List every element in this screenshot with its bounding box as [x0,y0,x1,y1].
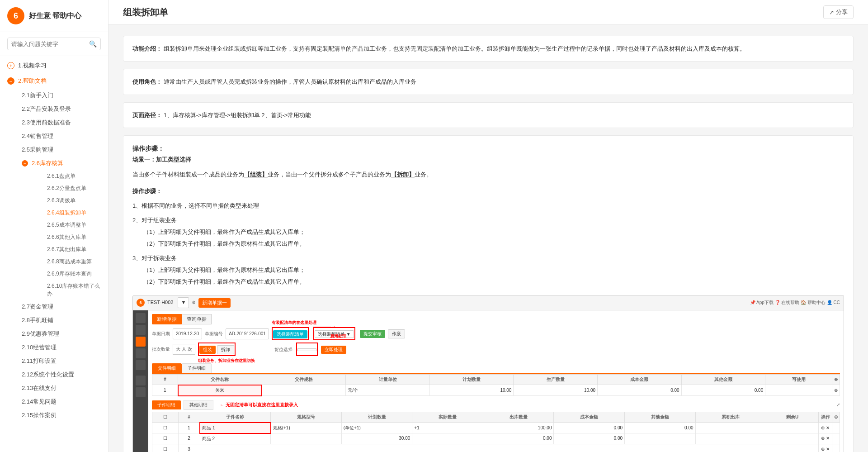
th-prod-qty: 生产数量 [514,374,598,385]
app-delete-btn[interactable]: 作废 [388,329,405,338]
sidebar-item-purchase[interactable]: 2.5采购管理 [18,143,108,157]
sidebar-label-docs: 2.帮助文档 [18,77,47,85]
step3-1: （1）上部明细为父件明细，最终作为原材料生成其它出库单； [132,264,844,276]
td-action[interactable]: ⊕ [832,385,840,396]
scene1-heading: 场景一：加工类型选择 [132,154,844,165]
nav-icon-2[interactable] [136,325,146,335]
label-num: 批次数量 [152,345,170,353]
annotation-assembly: 有装配清单的在这里处理 [272,319,316,326]
sidebar-item-other-out[interactable]: 2.6.7其他出库单 [43,243,108,256]
screenshot-wrapper: 6 TEST-H002 ▼ ⚙ 新增单据一 📌 App下载 ❓ 在线帮助 🏠 帮… [132,295,844,452]
input-no[interactable]: AD-20191226-001 [226,328,269,339]
sidebar-item-coupon[interactable]: 2.9优惠券管理 [18,327,108,341]
nav-icon-7[interactable] [136,387,146,397]
share-button[interactable]: ↗ 分享 [823,5,854,19]
nav-section: + 1.视频学习 – 2.帮助文档 2.1新手入门 2.2产品安装及登录 2.3… [0,56,108,424]
search-area: 🔍 [0,32,108,56]
app-disassembly-toggle[interactable]: 拆卸 [217,345,234,354]
sidebar-label-video: 1.视频学习 [18,62,47,70]
step2: 2、对于组装业务 [132,214,844,226]
nav-prefix-docs: – [7,77,14,85]
nav-icon-6[interactable] [136,376,146,385]
td-other: 0.00 [681,385,765,396]
sidebar-item-mobile[interactable]: 2.8手机旺铺 [18,314,108,327]
td-parent-name[interactable]: 关米 [178,385,262,396]
parent-table-body: 1 关米 元/个 10.00 10.00 0.00 0.00 [152,385,840,396]
sidebar-item-stock-query[interactable]: 2.6.9库存账本查询 [43,268,108,280]
search-input[interactable] [11,41,89,48]
tab-parent[interactable]: 父件明细 [152,363,182,373]
sidebar-item-sales[interactable]: 2.4销售管理 [18,129,108,143]
parent-header-row: # 父件名称 父件规格 计量单位 计划数量 生产数量 成本金额 其他金额 可使用 [152,374,840,385]
sidebar-item-adjust[interactable]: 2.6.3调拨单 [43,195,108,207]
sidebar-item-operations[interactable]: 2.10经营管理 [18,341,108,354]
sidebar-item-data-prep[interactable]: 2.3使用前数据准备 [18,116,108,129]
sidebar-item-stocktake[interactable]: 2.6.1盘点单 [43,170,108,182]
logo-icon: 6 [7,7,24,24]
nav-icon-5[interactable] [136,360,146,370]
cth-accum: 累积出库 [695,412,766,423]
app-content-tabs: 父件明细 子件明细 [152,363,840,374]
table-row: ☐ 1 商品 1 规格(+1) (单位+1) +1 100.00 0.00 0. [152,423,840,433]
sidebar-item-print[interactable]: 2.11打印设置 [18,354,108,368]
cth-actual: 实际数量 [412,412,483,423]
share-icon: ↗ [829,9,834,16]
child-annotation: ← 无固定清单可以直接在这里直接录入 [220,401,298,409]
enable-annotation: 启用处理 [330,333,346,340]
cth-plan: 计划数量 [341,412,412,423]
app-assembly-btn[interactable]: 选择装配清单 [273,330,307,338]
tab-material[interactable]: 子件明细 [182,363,212,373]
nav-icon-1[interactable] [136,313,146,323]
app-screenshot: 6 TEST-H002 ▼ ⚙ 新增单据一 📌 App下载 ❓ 在线帮助 🏠 帮… [132,295,844,452]
th-other: 其他金额 [681,374,765,385]
cth-num: # [178,412,200,423]
sidebar-item-fund[interactable]: 2.7资金管理 [18,300,108,314]
sidebar-item-docs[interactable]: – 2.帮助文档 [0,73,108,89]
toggle-box: 组装 拆卸 [198,343,236,356]
intro-text: 功能介绍： 组装拆卸单用来处理企业组装或拆卸等加工业务，支持有固定装配清单的产品… [132,43,844,54]
sidebar-item-video[interactable]: + 1.视频学习 [0,58,108,73]
app-assembly-toggle[interactable]: 组装 [199,346,216,354]
th-cost: 成本金额 [598,374,682,385]
warehouse-input[interactable] [297,348,316,351]
expand-icon[interactable]: ⤢ [836,401,840,409]
sidebar-item-online-payment[interactable]: 2.13在线支付 [18,381,108,395]
sidebar-item-install[interactable]: 2.2产品安装及登录 [18,102,108,116]
sidebar-item-other-in[interactable]: 2.6.6其他入库单 [43,231,108,243]
app-topbar: 6 TEST-H002 ▼ ⚙ 新增单据一 📌 App下载 ❓ 在线帮助 🏠 帮… [133,295,844,310]
sidebar-item-account-error[interactable]: 2.6.10库存账本错了么办 [43,280,108,300]
path-block: 页面路径： 1、库存核算->库存管理->组装拆卸单 2、首页->常用功能 [123,102,854,128]
nav-icon-3[interactable] [136,337,146,347]
sidebar-item-newcomer[interactable]: 2.1新手入门 [18,89,108,102]
sidebar-item-cases[interactable]: 2.15操作案例 [18,409,108,422]
sidebar-item-assembly[interactable]: 2.6.4组装拆卸单 [43,207,108,219]
sidebar-item-inventory[interactable]: – 2.6库存核算 [18,157,108,170]
search-icon[interactable]: 🔍 [89,40,97,48]
cth-name: 子件名称 [200,412,271,423]
sidebar-item-stock-split[interactable]: 2.6.2分量盘点单 [43,182,108,195]
input-date[interactable]: 2019-12-20 [173,328,202,339]
tab-child-other[interactable]: 其他明细 [184,400,213,410]
app-refresh-icon[interactable]: ⚙ [192,299,196,307]
app-company: TEST-H002 [147,298,173,307]
input-num[interactable]: 大 人 次 [173,344,195,355]
app-dropdown[interactable]: ▼ [178,297,189,308]
app-tab-new[interactable]: 新增单据 [152,314,182,324]
nav-icon-4[interactable] [136,348,146,358]
cth-cost: 成本金额 [554,412,625,423]
app-confirm-btn[interactable]: 立即处理 [321,346,346,354]
sidebar-item-cost-reset[interactable]: 2.6.8商品成本重算 [43,256,108,268]
sidebar-item-faq[interactable]: 2.14常见问题 [18,395,108,409]
sidebar-item-personalize[interactable]: 2.12系统个性化设置 [18,368,108,381]
app-tab-other[interactable]: 查询单据 [182,314,212,324]
search-box[interactable]: 🔍 [7,38,101,50]
tab-child-material[interactable]: 子件明细 [152,400,181,409]
sidebar-item-cost-adjust[interactable]: 2.6.5成本调整单 [43,219,108,231]
app-left-nav [133,310,148,452]
logo-text: 好生意 帮助中心 [29,11,81,21]
app-new-doc-btn[interactable]: 新增单据一 [198,298,231,308]
app-submit-btn[interactable]: 提交审核 [360,330,385,338]
scene1-desc: 当由多个子件材料组装成一个成品的业务为【组装】业务，当由一个父件拆分成多个子产品… [132,169,844,181]
parent-table: # 父件名称 父件规格 计量单位 计划数量 生产数量 成本金额 其他金额 可使用 [152,374,840,396]
step2-2: （2）下部明细为子件明细，最终作为原材料生成其它出库单。 [132,238,844,250]
